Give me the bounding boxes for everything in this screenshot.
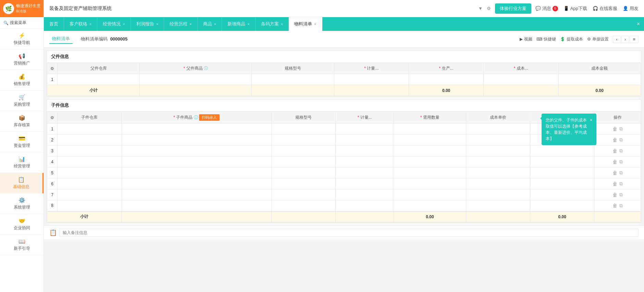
prev-page-button[interactable]: ‹	[613, 36, 620, 43]
child-spec-cell[interactable]	[271, 189, 335, 200]
close-new-product-icon[interactable]: ×	[247, 22, 249, 26]
delete-row-button[interactable]: 🗑	[612, 159, 617, 165]
parent-spec-cell[interactable]	[252, 74, 334, 85]
child-qty-cell[interactable]	[394, 189, 466, 200]
gear-button[interactable]: ⚙	[487, 6, 491, 11]
child-unit-cost-cell[interactable]	[466, 178, 530, 189]
child-unit-cost-cell[interactable]	[466, 167, 530, 178]
sidebar-item-quick-nav[interactable]: ⚡ 快捷导航	[0, 29, 44, 49]
sub-tab-bom-list[interactable]: 物料清单	[49, 34, 73, 44]
close-customer-icon[interactable]: ×	[89, 22, 91, 26]
copy-row-button[interactable]: ⧉	[619, 126, 623, 132]
child-qty-cell[interactable]	[394, 156, 466, 167]
child-unit-cell[interactable]	[336, 135, 394, 145]
child-product-cell[interactable]	[122, 200, 271, 211]
parent-product-cell[interactable]	[140, 74, 252, 85]
expand-button[interactable]: ≡	[630, 36, 639, 43]
child-qty-cell[interactable]	[394, 178, 466, 189]
sub-tab-bom-code[interactable]: 物料清单编码 0000005	[78, 35, 130, 44]
child-warehouse-cell[interactable]	[58, 167, 122, 178]
child-unit-cost-cell[interactable]	[466, 189, 530, 200]
sidebar-item-sales[interactable]: 💰 销售管理	[0, 70, 44, 91]
child-product-cell[interactable]	[122, 167, 271, 178]
child-warehouse-cell[interactable]	[58, 156, 122, 167]
next-page-button[interactable]: ›	[621, 36, 629, 43]
child-product-cell[interactable]	[122, 135, 271, 145]
tab-home[interactable]: 首页	[44, 17, 64, 31]
child-unit-cell[interactable]	[336, 178, 394, 189]
child-warehouse-cell[interactable]	[58, 200, 122, 211]
copy-row-button[interactable]: ⧉	[619, 192, 623, 198]
child-spec-cell[interactable]	[271, 178, 335, 189]
child-spec-cell[interactable]	[271, 200, 335, 211]
close-product-icon[interactable]: ×	[214, 22, 216, 26]
child-warehouse-cell[interactable]	[58, 135, 122, 145]
shortcut-action[interactable]: ⌨ 快捷键	[536, 36, 556, 42]
child-unit-cost-cell[interactable]	[466, 156, 530, 167]
tab-new-product[interactable]: 新增商品 ×	[222, 17, 255, 31]
close-operation-icon[interactable]: ×	[123, 22, 125, 26]
child-spec-cell[interactable]	[271, 167, 335, 178]
tooltip-close-button[interactable]: ×	[590, 117, 592, 123]
sidebar-search[interactable]: 🔍 搜索菜单	[0, 17, 44, 29]
message-action[interactable]: 💬 消息 6	[535, 5, 558, 12]
close-profit-icon[interactable]: ×	[156, 22, 158, 26]
tab-product[interactable]: 商品 ×	[198, 17, 222, 31]
copy-row-button[interactable]: ⧉	[619, 159, 623, 165]
parent-warehouse-cell[interactable]	[58, 74, 140, 85]
sidebar-item-finance[interactable]: 💳 资金管理	[0, 132, 44, 152]
tab-barcode[interactable]: 条码方案 ×	[256, 17, 289, 31]
close-barcode-icon[interactable]: ×	[281, 22, 283, 26]
child-product-cell[interactable]	[122, 189, 271, 200]
child-spec-cell[interactable]	[271, 145, 335, 156]
child-unit-cell[interactable]	[336, 124, 394, 135]
copy-row-button[interactable]: ⧉	[619, 181, 623, 187]
close-all-tabs-button[interactable]: ×	[633, 21, 644, 27]
child-unit-cell[interactable]	[336, 189, 394, 200]
child-unit-cell[interactable]	[336, 156, 394, 167]
tab-customer[interactable]: 客户联络 ×	[64, 17, 97, 31]
child-qty-cell[interactable]	[394, 124, 466, 135]
child-spec-cell[interactable]	[271, 135, 335, 145]
delete-row-button[interactable]: 🗑	[612, 148, 617, 154]
child-unit-cell[interactable]	[336, 200, 394, 211]
parent-cost-cell[interactable]	[484, 74, 558, 85]
child-unit-cell[interactable]	[336, 145, 394, 156]
parent-unit-cell[interactable]	[334, 74, 409, 85]
trial-button[interactable]: 体验行业方案	[495, 3, 531, 14]
close-history-icon[interactable]: ×	[189, 22, 191, 26]
sidebar-item-inventory[interactable]: 📦 库存核算	[0, 111, 44, 132]
user-action[interactable]: 👤 用友	[623, 5, 639, 12]
child-unit-cost-cell[interactable]	[466, 135, 530, 145]
delete-row-button[interactable]: 🗑	[612, 170, 617, 176]
delete-row-button[interactable]: 🗑	[612, 126, 617, 132]
child-product-cell[interactable]	[122, 178, 271, 189]
sidebar-item-guide[interactable]: 📖 新手引导	[0, 235, 44, 255]
tab-history[interactable]: 经营历程 ×	[164, 17, 197, 31]
note-input[interactable]	[60, 229, 639, 237]
copy-row-button[interactable]: ⧉	[619, 148, 623, 154]
child-product-cell[interactable]	[122, 156, 271, 167]
child-unit-cost-cell[interactable]	[466, 200, 530, 211]
delete-row-button[interactable]: 🗑	[612, 137, 617, 143]
child-qty-cell[interactable]	[394, 145, 466, 156]
cost-action[interactable]: 💲 提取成本	[560, 36, 583, 42]
child-warehouse-cell[interactable]	[58, 145, 122, 156]
tab-profit[interactable]: 利润报告 ×	[131, 17, 164, 31]
copy-row-button[interactable]: ⧉	[619, 170, 623, 176]
copy-row-button[interactable]: ⧉	[619, 203, 623, 209]
delete-row-button[interactable]: 🗑	[612, 203, 617, 208]
view-action[interactable]: ▶ 视频	[520, 36, 532, 42]
delete-row-button[interactable]: 🗑	[612, 181, 617, 187]
child-product-cell[interactable]	[122, 145, 271, 156]
scan-button[interactable]: 扫码录入	[199, 114, 220, 121]
child-spec-cell[interactable]	[271, 124, 335, 135]
child-qty-cell[interactable]	[394, 167, 466, 178]
parent-production-cell[interactable]	[409, 74, 483, 85]
sidebar-item-system[interactable]: ⚙️ 系统管理	[0, 194, 44, 214]
child-unit-cost-cell[interactable]	[466, 124, 530, 135]
copy-row-button[interactable]: ⧉	[619, 137, 623, 143]
close-bom-icon[interactable]: ×	[314, 22, 316, 26]
child-spec-cell[interactable]	[271, 156, 335, 167]
child-unit-cell[interactable]	[336, 167, 394, 178]
